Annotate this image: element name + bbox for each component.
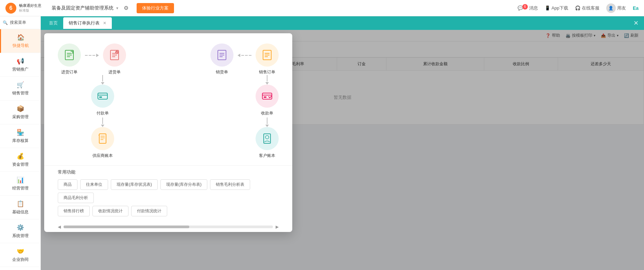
sidebar-item-sales[interactable]: 🛒 销售管理 (0, 77, 40, 101)
purchase-order-node[interactable]: 进货订单 (58, 43, 81, 75)
user-area[interactable]: 👤 用友 (606, 3, 626, 13)
scrollbar-thumb (64, 226, 189, 228)
func-btn-partner[interactable]: 往来单位 (80, 179, 108, 190)
sidebar-search[interactable]: 🔍 搜索菜单 (0, 16, 40, 29)
purchase-slip-node[interactable]: ✓ 进货单 (103, 43, 126, 75)
func-buttons: 商品 往来单位 现存量(库存状况表) 现存量(库存分布表) 销售毛利分析表 商品… (58, 179, 279, 203)
tab-bar-close-btn[interactable]: ✕ (631, 18, 641, 28)
func-btn-stock-status[interactable]: 现存量(库存状况表) (111, 179, 158, 190)
func-btn-product-margin[interactable]: 商品毛利分析 (58, 193, 94, 203)
func-btn-sales-margin[interactable]: 销售毛利分析表 (210, 179, 250, 190)
sidebar-item-label-quick: 快捷导航 (13, 43, 29, 49)
common-functions-title: 常用功能 (58, 169, 279, 175)
sidebar-item-finance[interactable]: 💰 资金管理 (0, 148, 40, 172)
settings-icon[interactable]: ⚙ (124, 5, 128, 11)
receipt-circle (256, 85, 279, 108)
supplier-ledger-node[interactable]: 供应商账本 (91, 127, 114, 159)
scrollbar-track[interactable] (64, 226, 273, 228)
app-download-btn[interactable]: 📱 App下载 (545, 5, 568, 11)
sidebar-item-inventory[interactable]: 🏪 库存核算 (0, 124, 40, 148)
sales-order-flow-label: 销售订单 (259, 69, 275, 75)
basic-icon: 📋 (16, 200, 24, 208)
payment-icon (97, 90, 109, 102)
user-label: 用友 (617, 5, 626, 11)
marketing-icon: 📢 (16, 57, 24, 65)
sidebar-item-marketing[interactable]: 📢 营销推广 (0, 53, 40, 77)
inventory-icon: 🏪 (16, 128, 24, 137)
sidebar-item-purchase[interactable]: 📦 采购管理 (0, 101, 40, 124)
customer-ledger-icon (261, 132, 273, 145)
flow-row-2-wrapper: 付款单 (58, 75, 279, 159)
service-label: 在线客服 (582, 5, 599, 11)
logo-area: 6 畅康通好生意 标准版 (5, 3, 46, 14)
online-service-btn[interactable]: 🎧 在线客服 (575, 5, 599, 11)
sidebar-item-label-inventory: 库存核算 (12, 138, 29, 144)
sidebar-item-label-operations: 经营管理 (12, 185, 29, 191)
purchase-icon: 📦 (16, 105, 24, 113)
sidebar: 🔍 搜索菜单 🏠 快捷导航 📢 营销推广 🛒 销售管理 📦 采购管理 🏪 库存核… (0, 16, 41, 270)
customer-ledger-node[interactable]: 客户账本 (256, 127, 279, 159)
common-functions: 常用功能 商品 往来单位 现存量(库存状况表) 现存量(库存分布表) 销售毛利分… (44, 165, 292, 223)
sales-slip-icon (216, 49, 228, 61)
content-area: 首页 销售订单执行表 ✕ ✕ ❓ 帮助 🖨️ 按模板打印 ▾ (41, 16, 644, 270)
svg-text:✓: ✓ (116, 51, 118, 54)
logo-text: 畅康通好生意 (19, 3, 41, 8)
app-label: App下载 (552, 5, 568, 11)
scroll-right-icon[interactable]: ▶ (276, 224, 279, 229)
app-icon: 📱 (545, 5, 550, 11)
tab-sales-order[interactable]: 销售订单执行表 ✕ (63, 17, 112, 29)
payment-node[interactable]: 付款单 (91, 85, 114, 116)
header-right: 💬 6 消息 📱 App下载 🎧 在线客服 👤 用友 Ea (518, 3, 639, 13)
sidebar-item-label-basic: 基础信息 (12, 209, 29, 215)
arrow-left-1 (233, 54, 256, 57)
tab-close-icon[interactable]: ✕ (103, 21, 106, 25)
search-label: 搜索菜单 (10, 20, 26, 25)
func-btn-stock-dist[interactable]: 现存量(库存分布表) (160, 179, 207, 190)
message-badge: 6 (522, 4, 528, 10)
modal-overlay[interactable]: 进货订单 (41, 30, 644, 270)
purchase-order-circle (58, 43, 81, 67)
func-btn-receipt-stats[interactable]: 收款情况统计 (92, 206, 128, 216)
sidebar-item-operations[interactable]: 📊 经营管理 (0, 172, 40, 196)
supplier-ledger-label: 供应商账本 (92, 153, 113, 159)
tab-home-label: 首页 (49, 20, 58, 26)
supplier-ledger-circle (91, 127, 114, 150)
operations-icon: 📊 (16, 176, 24, 184)
dropdown-arrow-icon[interactable]: ▾ (116, 6, 118, 11)
sidebar-item-basic[interactable]: 📋 基础信息 (0, 196, 40, 219)
purchase-slip-circle: ✓ (103, 43, 126, 67)
logo-sub: 标准版 (19, 8, 41, 13)
experience-btn[interactable]: 体验行业方案 (137, 3, 174, 13)
supplier-ledger-icon (97, 132, 109, 145)
modal-scrollbar: ◀ ▶ (44, 223, 292, 232)
logo-icon: 6 (5, 3, 16, 14)
sidebar-item-label-enterprise: 企业协同 (12, 257, 29, 263)
tab-bar: 首页 销售订单执行表 ✕ ✕ (41, 16, 644, 30)
sales-slip-circle (210, 43, 233, 67)
sidebar-item-newbie[interactable]: 🔰 新手引导 (0, 267, 40, 270)
sales-icon: 🛒 (16, 81, 24, 89)
down-arrow-supplier (101, 118, 104, 127)
sales-slip-node[interactable]: 销货单 (210, 43, 233, 75)
func-btn-payment-stats[interactable]: 付款情况统计 (131, 206, 167, 216)
finance-icon: 💰 (16, 152, 24, 160)
message-btn[interactable]: 💬 6 消息 (518, 5, 538, 11)
sidebar-item-enterprise[interactable]: 🤝 企业协同 (0, 243, 40, 267)
enterprise-icon: 🤝 (16, 247, 24, 255)
sidebar-item-system[interactable]: ⚙️ 系统管理 (0, 219, 40, 243)
scroll-left-icon[interactable]: ◀ (58, 224, 61, 229)
service-icon: 🎧 (575, 5, 580, 11)
sidebar-item-label-marketing: 营销推广 (12, 67, 29, 72)
message-label: 消息 (529, 5, 538, 11)
svg-rect-18 (98, 93, 107, 99)
down-arrow-payment (101, 75, 104, 85)
sales-order-flow-node[interactable]: 销售订单 (256, 43, 279, 75)
tab-home[interactable]: 首页 (43, 17, 63, 29)
sidebar-item-quick[interactable]: 🏠 快捷导航 (0, 29, 40, 53)
top-header: 6 畅康通好生意 标准版 装备及固定资产辅助管理系统 ▾ ⚙ 体验行业方案 💬 … (0, 0, 644, 16)
func-buttons-row2: 销售排行榜 收款情况统计 付款情况统计 (58, 206, 279, 216)
receipt-node[interactable]: 收款单 (256, 85, 279, 116)
func-btn-product[interactable]: 商品 (58, 179, 77, 190)
logo-text-group: 畅康通好生意 标准版 (19, 3, 41, 13)
func-btn-sales-rank[interactable]: 销售排行榜 (58, 206, 90, 216)
